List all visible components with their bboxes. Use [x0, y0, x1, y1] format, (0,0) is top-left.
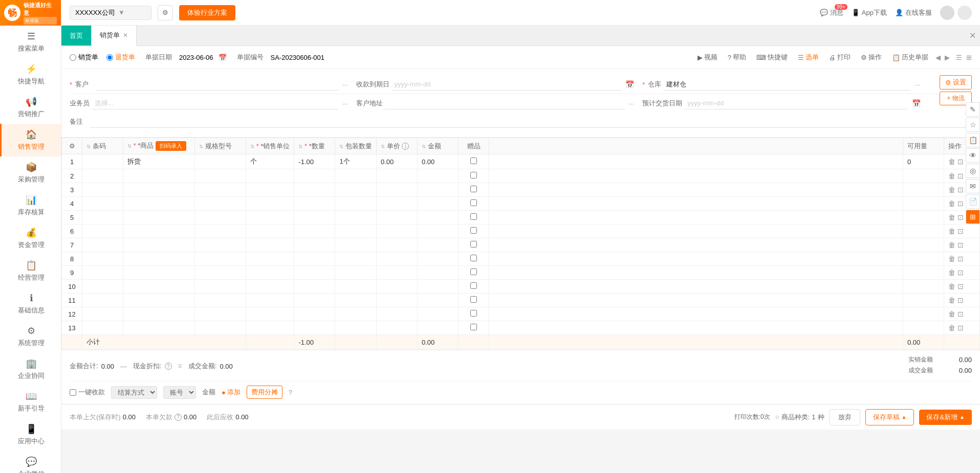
- customer-more-icon[interactable]: ···: [342, 81, 348, 88]
- rp-clipboard-icon[interactable]: 📋: [966, 133, 980, 147]
- barcode-cell[interactable]: [82, 154, 123, 169]
- sidebar-item-sales[interactable]: 🏠 销售管理: [0, 124, 61, 156]
- copy-icon[interactable]: ⊡: [957, 324, 964, 332]
- payment-due-input[interactable]: [391, 78, 622, 91]
- sidebar-item-purchase[interactable]: 📦 采购管理: [0, 156, 61, 189]
- address-more-icon[interactable]: ···: [629, 100, 635, 107]
- add-payment-button[interactable]: ● 添加: [222, 388, 241, 397]
- delete-icon[interactable]: 🗑: [948, 282, 955, 290]
- delete-icon[interactable]: 🗑: [948, 186, 955, 194]
- radio-return-order[interactable]: 退货单: [106, 53, 135, 62]
- sidebar-item-capital[interactable]: 💰 资金管理: [0, 222, 61, 255]
- copy-icon[interactable]: ⊡: [957, 296, 964, 304]
- expense-help-icon[interactable]: ?: [289, 389, 292, 396]
- delete-icon[interactable]: 🗑: [948, 268, 955, 277]
- app-download-button[interactable]: 📱 App下载: [852, 8, 887, 17]
- copy-icon[interactable]: ⊡: [957, 268, 964, 277]
- copy-icon[interactable]: ⊡: [957, 241, 964, 249]
- sidebar-item-system[interactable]: ⚙ 系统管理: [0, 320, 61, 353]
- sort-icon[interactable]: ⇅: [298, 144, 302, 149]
- delete-icon[interactable]: 🗑: [948, 296, 955, 304]
- product-type-radio-icon[interactable]: ○: [775, 413, 779, 421]
- gift-cell[interactable]: [459, 154, 489, 169]
- sort-icon[interactable]: ⇅: [127, 143, 132, 149]
- copy-icon[interactable]: ⊡: [957, 213, 964, 221]
- rp-star-icon[interactable]: ☆: [966, 118, 980, 132]
- qty-cell[interactable]: -1.00: [294, 154, 335, 169]
- customer-address-input[interactable]: [385, 97, 625, 109]
- rp-eye-icon[interactable]: 👁: [966, 148, 980, 163]
- account-select[interactable]: 账号: [163, 386, 196, 399]
- gift-checkbox[interactable]: [470, 157, 477, 164]
- delivery-cal-icon[interactable]: 📅: [912, 99, 921, 107]
- nav-next-icon[interactable]: ▶: [945, 54, 950, 61]
- settings-gear-button[interactable]: ⚙: [158, 5, 173, 20]
- copy-icon[interactable]: ⊡: [957, 157, 964, 166]
- message-button[interactable]: 💬 消息 99+: [820, 8, 843, 17]
- delete-icon[interactable]: 🗑: [948, 241, 955, 249]
- debt-info-icon[interactable]: ?: [175, 414, 182, 421]
- sort-icon[interactable]: ⇅: [250, 144, 254, 149]
- gift-checkbox[interactable]: [470, 172, 477, 178]
- view-list-icon[interactable]: ☰: [956, 54, 962, 61]
- cash-discount-info-icon[interactable]: ?: [165, 363, 172, 370]
- gift-checkbox[interactable]: [470, 213, 477, 220]
- video-btn[interactable]: ▶ 视频: [694, 51, 721, 63]
- delete-icon[interactable]: 🗑: [948, 227, 955, 235]
- sidebar-item-tutorial[interactable]: 📖 新手引导: [0, 386, 61, 418]
- sidebar-item-enterprise[interactable]: 🏢 企业协同: [0, 353, 61, 386]
- delete-icon[interactable]: 🗑: [948, 213, 955, 221]
- pack-qty-cell[interactable]: 1个: [335, 154, 377, 169]
- copy-icon[interactable]: ⊡: [957, 310, 964, 318]
- unit-price-cell[interactable]: 0.00: [377, 154, 418, 169]
- rp-orange-icon[interactable]: ⊞: [966, 210, 980, 224]
- settlement-method-select[interactable]: 结算方式: [111, 386, 157, 399]
- radio-return-input[interactable]: [106, 54, 113, 61]
- gift-checkbox[interactable]: [470, 199, 477, 206]
- print-btn[interactable]: 🖨 打印: [826, 51, 854, 63]
- sidebar-item-marketing[interactable]: 📢 营销推广: [0, 91, 61, 124]
- sidebar-item-app-center[interactable]: 📱 应用中心: [0, 418, 61, 451]
- payment-cal-icon[interactable]: 📅: [625, 80, 634, 88]
- one-click-payment-checkbox[interactable]: [70, 389, 76, 396]
- gift-checkbox[interactable]: [470, 282, 477, 289]
- th-gear[interactable]: ⚙: [62, 138, 82, 154]
- avatar[interactable]: [940, 6, 954, 20]
- gift-checkbox[interactable]: [470, 268, 477, 275]
- help-btn[interactable]: ? 帮助: [725, 51, 749, 63]
- salesperson-input[interactable]: [92, 97, 338, 109]
- spec-cell[interactable]: [195, 154, 246, 169]
- rp-circle-icon[interactable]: ◎: [966, 164, 980, 178]
- shortcut-btn[interactable]: ⌨ 快捷键: [753, 51, 791, 63]
- unit-price-info-icon[interactable]: i: [402, 143, 409, 150]
- gift-checkbox[interactable]: [470, 296, 477, 303]
- sidebar-item-quick-nav[interactable]: ⚡ 快捷导航: [0, 58, 61, 91]
- save-draft-button[interactable]: 保存草稿 ▲: [865, 409, 914, 425]
- radio-sales-order[interactable]: 销货单: [70, 53, 98, 62]
- warehouse-input[interactable]: [663, 78, 911, 91]
- window-close-icon[interactable]: ✕: [969, 31, 976, 40]
- tab-close-icon[interactable]: ✕: [123, 32, 128, 39]
- expense-split-button[interactable]: 费用分摊: [247, 386, 282, 399]
- gift-checkbox[interactable]: [470, 324, 477, 330]
- gift-checkbox[interactable]: [470, 310, 477, 317]
- delete-icon[interactable]: 🗑: [948, 157, 955, 166]
- gift-checkbox[interactable]: [470, 255, 477, 261]
- sort-icon[interactable]: ⇅: [199, 144, 203, 149]
- salesperson-more-icon[interactable]: ···: [342, 100, 348, 107]
- sort-icon[interactable]: ⇅: [339, 144, 343, 149]
- warehouse-more-icon[interactable]: ···: [915, 81, 921, 88]
- copy-icon[interactable]: ⊡: [957, 227, 964, 235]
- delete-icon[interactable]: 🗑: [948, 172, 955, 180]
- copy-icon[interactable]: ⊡: [957, 172, 964, 180]
- rp-edit-icon[interactable]: ✎: [966, 102, 980, 117]
- gift-checkbox[interactable]: [470, 227, 477, 234]
- settings-button[interactable]: ⚙ 设置: [940, 75, 972, 89]
- copy-icon[interactable]: ⊡: [957, 282, 964, 290]
- gift-checkbox[interactable]: [470, 241, 477, 247]
- scan-barcode-button[interactable]: 扫码录入: [156, 141, 186, 151]
- sidebar-item-basic-info[interactable]: ℹ 基础信息: [0, 287, 61, 320]
- one-click-payment-label[interactable]: 一键收款: [70, 388, 105, 397]
- discard-button[interactable]: 放弃: [830, 409, 860, 425]
- delete-icon[interactable]: 🗑: [948, 255, 955, 263]
